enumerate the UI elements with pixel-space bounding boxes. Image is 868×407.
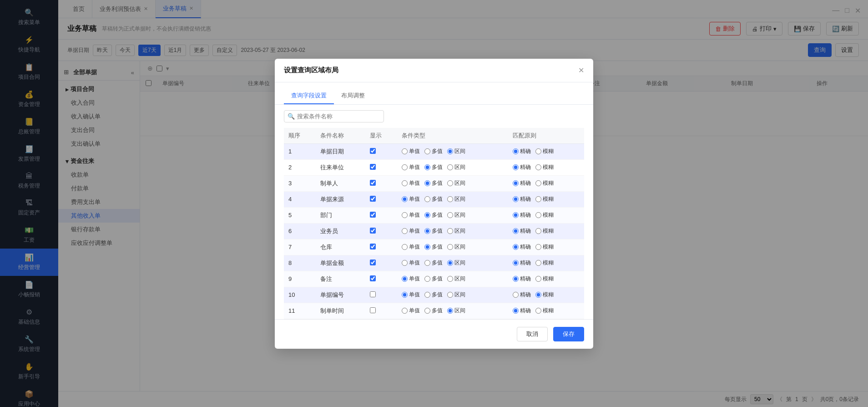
cond-type-option[interactable]: 单值 xyxy=(402,243,420,251)
match-rule-option[interactable]: 模糊 xyxy=(535,148,554,155)
modal-search-input[interactable] xyxy=(284,110,384,122)
cond-type-option[interactable]: 单值 xyxy=(402,227,420,235)
cond-type-option[interactable]: 单值 xyxy=(402,291,420,299)
match-rule-option[interactable]: 模糊 xyxy=(535,195,554,203)
modal-save-btn[interactable]: 保存 xyxy=(553,327,584,341)
row-display-checkbox[interactable] xyxy=(370,180,376,186)
row-display-checkbox[interactable] xyxy=(370,259,376,265)
match-rule-option[interactable]: 精确 xyxy=(513,148,531,155)
cond-type-option[interactable]: 区间 xyxy=(447,211,465,219)
match-rule-option[interactable]: 模糊 xyxy=(535,227,554,235)
cond-type-option[interactable]: 区间 xyxy=(447,291,465,299)
cond-type-option[interactable]: 多值 xyxy=(424,291,443,299)
match-rule-option[interactable]: 模糊 xyxy=(535,275,554,283)
match-rule-option[interactable]: 模糊 xyxy=(535,291,554,299)
cond-type-option[interactable]: 多值 xyxy=(424,195,443,203)
row-name: 单据金额 xyxy=(316,255,365,271)
cond-type-option[interactable]: 区间 xyxy=(447,179,465,187)
row-display-cell xyxy=(365,303,397,319)
modal-table-row: 5部门单值多值区间精确模糊 xyxy=(284,207,584,223)
row-cond-type: 单值多值区间 xyxy=(397,255,508,271)
cond-type-option[interactable]: 区间 xyxy=(447,195,465,203)
cond-type-option[interactable]: 单值 xyxy=(402,275,420,283)
minimize-btn[interactable]: — xyxy=(832,6,839,15)
tab-layout-adjust[interactable]: 布局调整 xyxy=(334,88,372,104)
cond-type-option[interactable]: 区间 xyxy=(447,243,465,251)
cond-type-option[interactable]: 多值 xyxy=(424,179,443,187)
row-display-cell xyxy=(365,255,397,271)
col-cond-type: 条件类型 xyxy=(397,128,508,144)
match-rule-option[interactable]: 模糊 xyxy=(535,307,554,315)
row-name: 制单人 xyxy=(316,175,365,191)
cond-type-option[interactable]: 区间 xyxy=(447,227,465,235)
match-rule-option[interactable]: 精确 xyxy=(513,243,531,251)
match-rule-option[interactable]: 精确 xyxy=(513,291,531,299)
row-display-cell xyxy=(365,159,397,175)
match-rule-option[interactable]: 模糊 xyxy=(535,163,554,171)
match-rule-option[interactable]: 精确 xyxy=(513,275,531,283)
modal-close-btn[interactable]: ✕ xyxy=(578,66,584,75)
row-display-checkbox[interactable] xyxy=(370,244,376,249)
cond-type-option[interactable]: 多值 xyxy=(424,163,443,171)
match-rule-option[interactable]: 精确 xyxy=(513,227,531,235)
row-name: 仓库 xyxy=(316,239,365,255)
row-display-checkbox[interactable] xyxy=(370,275,376,281)
maximize-btn[interactable]: □ xyxy=(845,6,849,15)
row-display-checkbox[interactable] xyxy=(370,164,376,170)
modal-cancel-btn[interactable]: 取消 xyxy=(517,327,548,341)
match-rule-option[interactable]: 精确 xyxy=(513,211,531,219)
cond-type-option[interactable]: 单值 xyxy=(402,163,420,171)
match-rule-option[interactable]: 模糊 xyxy=(535,259,554,267)
cond-type-option[interactable]: 多值 xyxy=(424,243,443,251)
row-display-checkbox[interactable] xyxy=(370,196,376,202)
cond-type-option[interactable]: 区间 xyxy=(447,259,465,267)
match-rule-option[interactable]: 精确 xyxy=(513,307,531,315)
row-display-checkbox[interactable] xyxy=(370,291,376,297)
cond-type-option[interactable]: 单值 xyxy=(402,195,420,203)
cond-type-option[interactable]: 区间 xyxy=(447,307,465,315)
match-rule-option[interactable]: 精确 xyxy=(513,179,531,187)
cond-type-option[interactable]: 多值 xyxy=(424,227,443,235)
row-display-checkbox[interactable] xyxy=(370,307,376,313)
modal-search: 🔍 xyxy=(275,105,593,128)
match-rule-option[interactable]: 精确 xyxy=(513,195,531,203)
cond-type-option[interactable]: 单值 xyxy=(402,211,420,219)
cond-type-option[interactable]: 多值 xyxy=(424,307,443,315)
row-display-checkbox[interactable] xyxy=(370,148,376,154)
row-order: 2 xyxy=(284,159,316,175)
cond-type-option[interactable]: 单值 xyxy=(402,259,420,267)
match-rule-option[interactable]: 精确 xyxy=(513,163,531,171)
match-rule-option[interactable]: 模糊 xyxy=(535,179,554,187)
row-cond-type: 单值多值区间 xyxy=(397,159,508,175)
close-btn[interactable]: ✕ xyxy=(855,6,861,15)
cond-type-option[interactable]: 区间 xyxy=(447,148,465,155)
row-display-checkbox[interactable] xyxy=(370,228,376,234)
row-name: 单据编号 xyxy=(316,287,365,303)
search-icon-modal: 🔍 xyxy=(288,113,295,120)
cond-type-option[interactable]: 单值 xyxy=(402,307,420,315)
match-rule-option[interactable]: 精确 xyxy=(513,259,531,267)
row-match-rule: 精确模糊 xyxy=(508,207,584,223)
match-rule-option[interactable]: 模糊 xyxy=(535,243,554,251)
row-cond-type: 单值多值区间 xyxy=(397,175,508,191)
row-order: 10 xyxy=(284,287,316,303)
cond-type-option[interactable]: 多值 xyxy=(424,259,443,267)
match-rule-option[interactable]: 模糊 xyxy=(535,211,554,219)
modal-table-row: 11制单时间单值多值区间精确模糊 xyxy=(284,303,584,319)
row-order: 9 xyxy=(284,271,316,287)
cond-type-option[interactable]: 区间 xyxy=(447,163,465,171)
cond-type-option[interactable]: 多值 xyxy=(424,148,443,155)
cond-type-option[interactable]: 单值 xyxy=(402,179,420,187)
row-order: 4 xyxy=(284,191,316,207)
row-display-cell xyxy=(365,271,397,287)
row-order: 5 xyxy=(284,207,316,223)
cond-type-option[interactable]: 多值 xyxy=(424,211,443,219)
cond-type-option[interactable]: 区间 xyxy=(447,275,465,283)
cond-type-option[interactable]: 单值 xyxy=(402,148,420,155)
row-display-checkbox[interactable] xyxy=(370,212,376,218)
tab-query-fields[interactable]: 查询字段设置 xyxy=(284,88,334,104)
row-cond-type: 单值多值区间 xyxy=(397,143,508,159)
window-controls: — □ ✕ xyxy=(832,6,861,15)
row-match-rule: 精确模糊 xyxy=(508,303,584,319)
cond-type-option[interactable]: 多值 xyxy=(424,275,443,283)
